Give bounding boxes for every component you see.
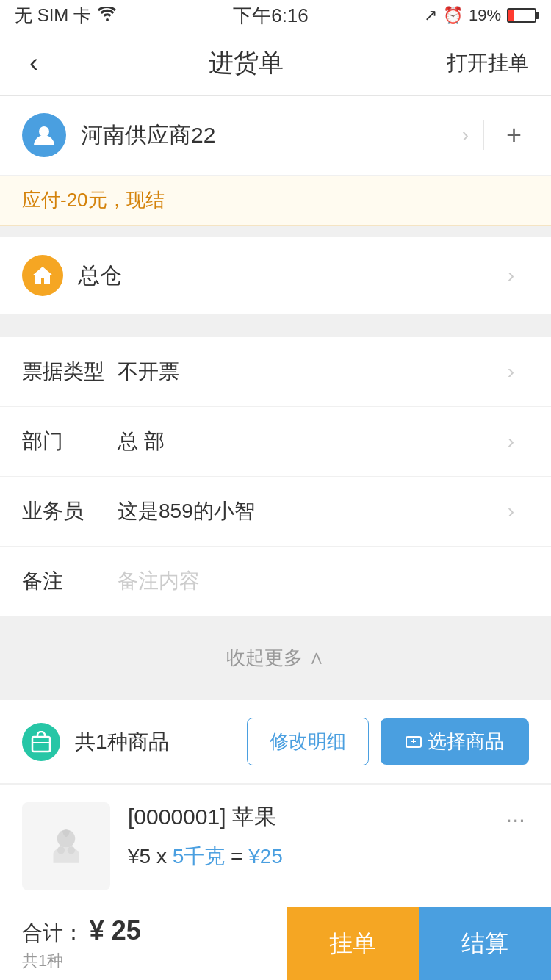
equals-sign: =	[231, 845, 248, 868]
select-product-button[interactable]: 选择商品	[381, 718, 529, 765]
product-header: 共1种商品 修改明细 选择商品	[0, 700, 551, 784]
supplier-name: 河南供应商22	[81, 120, 462, 151]
carrier-label: 无 SIM 卡	[15, 4, 91, 27]
ticket-type-chevron-icon: ›	[508, 360, 514, 383]
sales-label: 业务员	[22, 497, 110, 525]
remark-label: 备注	[22, 567, 110, 595]
status-time: 下午6:16	[233, 3, 309, 29]
svg-point-0	[39, 126, 49, 137]
warehouse-chevron-icon: ›	[508, 264, 514, 287]
cart-icon	[406, 734, 422, 750]
shop-icon	[30, 731, 52, 753]
settle-button[interactable]: 结算	[419, 907, 551, 981]
total-amount: ¥ 25	[90, 915, 141, 945]
hang-order-button[interactable]: 挂单	[287, 907, 419, 981]
notice-bar: 应付-20元，现结	[0, 176, 551, 226]
home-icon	[31, 264, 54, 287]
status-left: 无 SIM 卡	[15, 4, 118, 27]
edit-detail-button[interactable]: 修改明细	[247, 718, 369, 765]
ticket-type-row[interactable]: 票据类型 不开票 ›	[0, 337, 551, 407]
product-code: [0000001]	[128, 804, 232, 829]
status-bar: 无 SIM 卡 下午6:16 ↗ ⏰ 19%	[0, 0, 551, 31]
collapse-bar[interactable]: 收起更多 ∧	[0, 627, 551, 688]
select-product-label: 选择商品	[428, 729, 504, 754]
wifi-icon	[97, 5, 118, 26]
product-placeholder-icon	[40, 821, 92, 872]
product-item: [0000001] 苹果 ¥5 x 5千克 = ¥25 ···	[0, 784, 551, 908]
product-price: ¥5 x 5千克 = ¥25	[128, 843, 502, 871]
sales-chevron-icon: ›	[508, 500, 514, 523]
price-separator: x	[156, 845, 173, 868]
more-options-button[interactable]: ···	[502, 802, 529, 837]
product-total: ¥25	[248, 845, 283, 868]
dept-row[interactable]: 部门 总 部 ›	[0, 407, 551, 477]
ticket-type-value: 不开票	[118, 358, 508, 386]
back-button[interactable]: ‹	[22, 40, 46, 86]
battery-percent: 19%	[469, 6, 501, 25]
product-info: [0000001] 苹果 ¥5 x 5千克 = ¥25	[128, 802, 502, 871]
collapse-label: 收起更多 ∧	[226, 646, 324, 669]
sales-value: 这是859的小智	[118, 497, 508, 525]
supplier-avatar	[22, 113, 66, 157]
product-count: 共1种商品	[75, 728, 247, 756]
product-thumbnail	[22, 802, 110, 890]
product-name: [0000001] 苹果	[128, 802, 502, 832]
location-icon: ↗	[424, 6, 437, 25]
total-count: 共1种	[22, 950, 264, 972]
nav-bar: ‹ 进货单 打开挂单	[0, 31, 551, 96]
person-icon	[31, 122, 57, 148]
status-right: ↗ ⏰ 19%	[424, 6, 536, 25]
product-header-icon	[22, 723, 60, 761]
svg-rect-1	[32, 737, 50, 752]
warehouse-name: 总仓	[78, 261, 508, 291]
total-label: 合计：	[22, 921, 84, 944]
sales-row[interactable]: 业务员 这是859的小智 ›	[0, 477, 551, 547]
ticket-type-label: 票据类型	[22, 358, 110, 386]
divider	[483, 120, 484, 150]
main-content: 河南供应商22 › + 应付-20元，现结 总仓 › 票据类型 不开票 ›	[0, 96, 551, 980]
supplier-row[interactable]: 河南供应商22 › +	[0, 96, 551, 176]
warehouse-card: 总仓 ›	[0, 237, 551, 314]
dept-chevron-icon: ›	[508, 430, 514, 453]
add-button[interactable]: +	[499, 116, 529, 154]
remark-row[interactable]: 备注 备注内容	[0, 547, 551, 616]
notice-text: 应付-20元，现结	[22, 189, 165, 211]
supplier-chevron-icon: ›	[462, 123, 469, 147]
supplier-card: 河南供应商22 › + 应付-20元，现结	[0, 96, 551, 226]
svg-point-6	[57, 846, 65, 854]
price-per-unit: ¥5	[128, 845, 151, 868]
open-hang-button[interactable]: 打开挂单	[447, 49, 529, 77]
page-title: 进货单	[209, 46, 284, 80]
product-quantity: 5千克	[173, 845, 226, 868]
bottom-bar: 合计： ¥ 25 共1种 挂单 结算	[0, 907, 551, 980]
svg-point-7	[68, 846, 76, 854]
total-section: 合计： ¥ 25 共1种	[0, 915, 287, 972]
product-title: 苹果	[232, 804, 276, 829]
remark-input[interactable]: 备注内容	[118, 567, 529, 595]
total-row: 合计： ¥ 25	[22, 915, 264, 947]
dept-label: 部门	[22, 428, 110, 455]
form-card: 票据类型 不开票 › 部门 总 部 › 业务员 这是859的小智 › 备注 备注…	[0, 337, 551, 616]
warehouse-row[interactable]: 总仓 ›	[0, 237, 551, 314]
alarm-icon: ⏰	[443, 6, 463, 25]
warehouse-icon-circle	[22, 255, 63, 296]
battery-icon	[507, 8, 536, 23]
dept-value: 总 部	[118, 428, 508, 455]
